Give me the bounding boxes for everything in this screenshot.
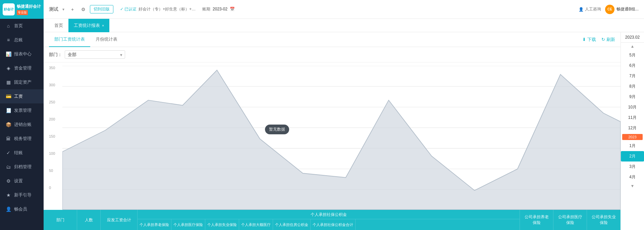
date-jul-2022[interactable]: 7月: [621, 71, 644, 81]
sidebar-item-guide[interactable]: ★ 新手引导: [0, 188, 44, 202]
ledger-icon: ≡: [5, 37, 11, 43]
sidebar-item-settle[interactable]: ✓ 结账: [0, 146, 44, 160]
project-dropdown-arrow[interactable]: ▾: [62, 7, 64, 12]
date-apr-2023[interactable]: 4月: [621, 172, 644, 182]
download-button[interactable]: ⬇ 下载: [582, 37, 596, 43]
col-company-unemployment: 公司承担失业保险: [587, 210, 621, 230]
archive-icon: 🗂: [5, 164, 11, 170]
sidebar-item-settings[interactable]: ⚙ 设置: [0, 174, 44, 188]
table-header: 部门 人数 应发工资合计 个人承担社保公积金 个人承担养老保险: [44, 210, 621, 230]
sidebar-item-member[interactable]: 👤 畅会员: [0, 202, 44, 216]
col-total-salary: 应发工资合计: [101, 210, 138, 230]
date-nov-2022[interactable]: 11月: [621, 112, 644, 123]
content-area: 部门工资统计表 月份统计表 ⬇ 下载 ↻ 刷新: [44, 32, 644, 230]
col-dept: 部门: [44, 210, 77, 230]
group-cols: 个人承担养老保险 个人承担医疗保险 个人承担失业保险 个人承担大额医疗 个人承担: [138, 219, 520, 230]
certified-tag: ✓ 已认证: [120, 6, 137, 12]
department-select[interactable]: 全部: [65, 50, 125, 59]
guide-icon: ★: [5, 192, 11, 198]
sidebar-logo: 好会计 畅捷通好会计 专业版: [0, 0, 44, 19]
invoice-icon: 🧾: [5, 108, 11, 113]
date-oct-2022[interactable]: 10月: [621, 102, 644, 112]
sidebar-item-reports[interactable]: 📊 报表中心: [0, 47, 44, 61]
topbar-right: 👤 人工咨询 CE 畅捷通B组...: [579, 5, 639, 14]
date-nav-up-icon[interactable]: ▲: [631, 44, 635, 49]
dept-label: 部门：: [49, 52, 62, 58]
group-title: 个人承担社保公积金: [138, 210, 520, 219]
date-dec-2022[interactable]: 12月: [621, 123, 644, 133]
topbar-tags: ✓ 已认证 好会计（专）+好生意（标）+…: [120, 6, 196, 12]
tab-salary-report[interactable]: 工资统计报表 ×: [68, 19, 109, 32]
topbar: 测试 ▾ + ⚙ 切到旧版 ✓ 已认证 好会计（专）+好生意（标）+… 账期 2…: [44, 0, 644, 19]
settings-button[interactable]: ⚙: [79, 5, 87, 13]
col-personal-unemployment: 个人承担失业保险: [205, 219, 239, 230]
col-personal-medical: 个人承担医疗保险: [171, 219, 205, 230]
settings-icon: ⚙: [5, 178, 11, 184]
calendar-icon[interactable]: 📅: [230, 7, 235, 11]
sidebar-item-assets[interactable]: ▦ 固定资产: [0, 75, 44, 89]
logo-text: 畅捷通好会计 专业版: [17, 4, 41, 15]
project-title: 测试: [49, 6, 58, 12]
username: 畅捷通B组...: [616, 6, 639, 12]
date-sep-2022[interactable]: 9月: [621, 92, 644, 102]
sidebar-item-funds[interactable]: ◈ 资金管理: [0, 61, 44, 75]
date-mar-2023[interactable]: 3月: [621, 162, 644, 172]
help-button[interactable]: 👤 人工咨询: [579, 6, 601, 12]
sidebar-item-invoice[interactable]: 🧾 发票管理: [0, 103, 44, 118]
col-personal-housing: 个人承担住房公积金: [273, 219, 311, 230]
sidebar-item-salary[interactable]: 💳 工资: [0, 89, 44, 103]
y-label-150: 150: [49, 134, 62, 138]
sales-icon: 📦: [5, 122, 11, 127]
col-company-medical: 公司承担医疗保险: [553, 210, 587, 230]
y-label-250: 250: [49, 100, 62, 104]
tab-close-icon[interactable]: ×: [102, 24, 104, 28]
group-personal-insurance: 个人承担社保公积金 个人承担养老保险 个人承担医疗保险 个人承担失业保险 个人承…: [138, 210, 520, 230]
help-icon: 👤: [579, 7, 584, 12]
logo-icon: 好会计: [3, 3, 15, 15]
user-menu[interactable]: CE 畅捷通B组...: [605, 5, 639, 14]
department-select-wrapper: 全部: [65, 50, 125, 59]
col-company-pension: 公司承担养老保险: [520, 210, 553, 230]
date-nav-down-icon[interactable]: ▼: [631, 184, 635, 188]
refresh-button[interactable]: ↻ 刷新: [601, 37, 615, 43]
y-label-50: 50: [49, 169, 62, 173]
product-tags: 好会计（专）+好生意（标）+…: [139, 6, 196, 12]
date-aug-2022[interactable]: 8月: [621, 81, 644, 92]
period-label: 账期 2023-02 📅: [202, 6, 234, 12]
settle-icon: ✓: [5, 150, 11, 155]
reports-icon: 📊: [5, 51, 11, 57]
date-may-2022[interactable]: 5月: [621, 50, 644, 60]
refresh-icon: ↻: [601, 37, 605, 42]
add-button[interactable]: +: [68, 5, 76, 13]
y-label-200: 200: [49, 117, 62, 121]
date-jan-2023[interactable]: 1月: [621, 141, 644, 151]
funds-icon: ◈: [5, 65, 11, 71]
date-feb-2023[interactable]: 2月: [621, 151, 644, 162]
download-icon: ⬇: [582, 37, 586, 42]
col-count: 人数: [77, 210, 101, 230]
switch-version-button[interactable]: 切到旧版: [90, 5, 113, 13]
sub-tabs: 部门工资统计表 月份统计表 ⬇ 下载 ↻ 刷新: [44, 32, 621, 47]
date-nav-up[interactable]: ▲: [621, 43, 644, 50]
sidebar-item-ledger[interactable]: ≡ 总账: [0, 33, 44, 47]
y-label-300: 300: [49, 83, 62, 87]
sidebar-item-archive[interactable]: 🗂 归档管理: [0, 160, 44, 174]
tax-icon: 🏛: [5, 136, 11, 141]
sidebar-item-sales[interactable]: 📦 进销台账: [0, 118, 44, 132]
sidebar-item-home[interactable]: ⌂ 首页: [0, 19, 44, 33]
date-nav-down[interactable]: ▼: [621, 182, 644, 190]
chart-area: 350 300 250 200 150 100 50 0: [44, 62, 621, 210]
tab-home[interactable]: 首页: [49, 19, 68, 32]
sub-tab-dept[interactable]: 部门工资统计表: [49, 32, 90, 47]
sub-tab-monthly[interactable]: 月份统计表: [90, 32, 123, 47]
sidebar: 好会计 畅捷通好会计 专业版 ⌂ 首页 ≡ 总账 📊 报表中心 ◈ 资金管理 ▦…: [0, 0, 44, 230]
date-jun-2022[interactable]: 6月: [621, 60, 644, 71]
sidebar-item-tax[interactable]: 🏛 税务管理: [0, 132, 44, 146]
main-content: 测试 ▾ + ⚙ 切到旧版 ✓ 已认证 好会计（专）+好生意（标）+… 账期 2…: [44, 0, 644, 230]
topbar-actions: + ⚙ 切到旧版: [68, 5, 113, 13]
col-personal-pension: 个人承担养老保险: [138, 219, 171, 230]
toolbar: 部门： 全部: [44, 47, 621, 62]
y-label-350: 350: [49, 66, 62, 70]
col-personal-major-medical: 个人承担大额医疗: [239, 219, 273, 230]
year-2023: 2023: [622, 134, 643, 140]
